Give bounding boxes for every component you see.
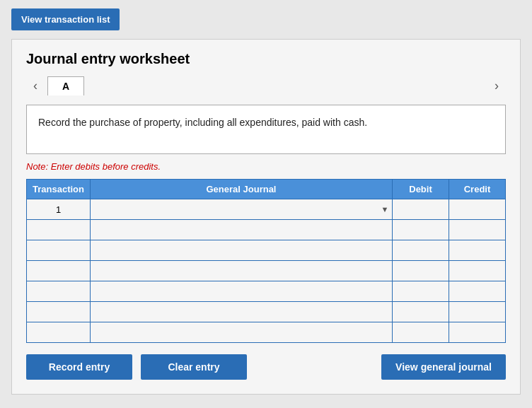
credit-input[interactable] [449,322,505,342]
debit-cell[interactable] [393,261,449,281]
transaction-cell [27,240,91,261]
journal-table: Transaction General Journal Debit Credit… [26,179,506,343]
credit-cell[interactable] [449,240,506,261]
general-journal-input[interactable] [91,199,378,219]
view-transaction-list-button[interactable]: View transaction list [11,8,120,30]
credit-cell[interactable] [449,220,506,240]
credit-cell[interactable] [449,261,506,281]
note-text: Note: Enter debits before credits. [26,161,506,172]
credit-input[interactable] [449,261,505,281]
record-entry-button[interactable]: Record entry [26,354,132,380]
general-journal-input[interactable] [91,322,392,342]
transaction-cell [27,322,91,343]
general-journal-input[interactable] [91,240,392,260]
table-row [27,261,506,281]
general-journal-input[interactable] [91,220,392,240]
general-journal-cell[interactable] [91,220,393,240]
general-journal-cell[interactable] [91,240,393,261]
tab-a[interactable]: A [47,76,84,95]
clear-entry-button[interactable]: Clear entry [141,354,247,380]
debit-cell[interactable] [393,281,449,302]
credit-cell[interactable] [449,302,506,322]
table-row [27,322,506,343]
col-header-credit: Credit [449,180,506,199]
transaction-cell [27,302,91,322]
debit-input[interactable] [393,199,449,219]
debit-input[interactable] [393,281,449,301]
table-row [27,240,506,261]
credit-input[interactable] [449,281,505,301]
transaction-cell [27,220,91,240]
general-journal-cell[interactable] [91,261,393,281]
debit-cell[interactable] [393,240,449,261]
credit-input[interactable] [449,302,505,322]
general-journal-input[interactable] [91,302,392,322]
col-header-general-journal: General Journal [91,180,393,199]
table-row [27,302,506,322]
table-row [27,220,506,240]
worksheet-title: Journal entry worksheet [26,51,506,67]
action-buttons-row: Record entry Clear entry View general jo… [26,354,506,380]
transaction-cell: 1 [27,199,91,220]
transaction-cell [27,281,91,302]
description-box: Record the purchase of property, includi… [26,105,506,154]
col-header-transaction: Transaction [27,180,91,199]
view-general-journal-button[interactable]: View general journal [381,354,506,380]
table-row [27,281,506,302]
credit-cell[interactable] [449,199,506,220]
worksheet-container: Journal entry worksheet ‹ A › Record the… [11,39,521,395]
debit-cell[interactable] [393,199,449,220]
general-journal-cell[interactable] [91,322,393,343]
tab-navigation: ‹ A › [26,76,506,96]
debit-cell[interactable] [393,322,449,343]
col-header-debit: Debit [393,180,449,199]
table-row: 1▼ [27,199,506,220]
debit-input[interactable] [393,240,449,260]
dropdown-arrow-icon[interactable]: ▼ [378,205,392,214]
general-journal-input[interactable] [91,281,392,301]
credit-cell[interactable] [449,322,506,343]
general-journal-cell[interactable]: ▼ [91,199,393,220]
debit-input[interactable] [393,220,449,240]
debit-input[interactable] [393,261,449,281]
debit-cell[interactable] [393,302,449,322]
debit-cell[interactable] [393,220,449,240]
general-journal-cell[interactable] [91,281,393,302]
credit-cell[interactable] [449,281,506,302]
general-journal-cell[interactable] [91,302,393,322]
next-arrow-button[interactable]: › [487,76,506,96]
credit-input[interactable] [449,220,505,240]
debit-input[interactable] [393,302,449,322]
credit-input[interactable] [449,240,505,260]
prev-arrow-button[interactable]: ‹ [26,76,45,96]
general-journal-input[interactable] [91,261,392,281]
debit-input[interactable] [393,322,449,342]
transaction-cell [27,261,91,281]
credit-input[interactable] [449,199,505,219]
